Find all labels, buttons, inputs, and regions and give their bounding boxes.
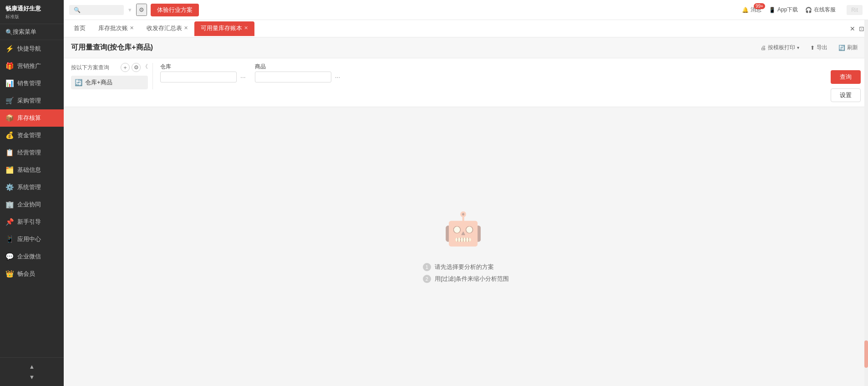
product-label: 商品 — [255, 63, 342, 71]
sidebar-item-enterprise[interactable]: 🏢 企业协同 — [0, 196, 64, 213]
sidebar-item-label: 企业协同 — [17, 201, 41, 209]
empty-tips: 1 请先选择要分析的方案 2 用[过滤]条件来缩小分析范围 — [423, 263, 509, 283]
tab-close-icon[interactable]: ✕ — [130, 25, 134, 31]
user-name: Rit — [851, 7, 858, 13]
notifications-button[interactable]: 🔔 消息 99+ — [742, 6, 761, 14]
sidebar-item-wechat[interactable]: 💬 企业微信 — [0, 248, 64, 265]
add-scheme-button[interactable]: ＋ — [121, 63, 130, 72]
sidebar-item-member[interactable]: 👑 畅会员 — [0, 265, 64, 283]
search-icon: 🔍 — [74, 7, 81, 13]
sidebar-item-inventory[interactable]: 📦 库存核算 — [0, 109, 64, 127]
content-area: 可用量查询(按仓库+商品) 🖨 按模板打印 ▾ ⬆ 导出 🔄 刷新 — [64, 37, 868, 386]
product-input[interactable] — [255, 72, 331, 82]
apps-icon: 📱 — [5, 235, 14, 243]
sidebar-item-operations[interactable]: 📋 经营管理 — [0, 144, 64, 161]
sales-icon: 📊 — [5, 79, 14, 87]
filter-add-buttons: ＋ ⚙ 《 — [121, 63, 148, 72]
filter-header-label: 按以下方案查询 — [71, 64, 109, 72]
sidebar-item-finance[interactable]: 💰 资金管理 — [0, 127, 64, 144]
scroll-up-button[interactable]: ▲ — [5, 361, 58, 372]
tab-home[interactable]: 首页 — [67, 21, 92, 36]
sidebar-item-basic[interactable]: 🗂️ 基础信息 — [0, 161, 64, 179]
scheme-icon: 🔄 — [75, 79, 82, 86]
sidebar-item-label: 畅会员 — [17, 270, 35, 278]
sidebar-item-label: 应用中心 — [17, 235, 41, 243]
sidebar-search[interactable]: 🔍 搜索菜单 — [0, 24, 64, 40]
online-service-button[interactable]: 🎧 在线客服 — [805, 6, 836, 14]
app-download-label: App下载 — [777, 6, 798, 14]
refresh-icon: 🔄 — [838, 45, 845, 51]
scroll-down-button[interactable]: ▼ — [5, 372, 58, 382]
main-area: 🔍 ▾ ⚙ 体验行业方案 🔔 消息 99+ 📱 App下载 🎧 在线客服 Rit — [64, 0, 868, 386]
warehouse-more-icon[interactable]: ··· — [239, 73, 248, 81]
sidebar-item-marketing[interactable]: 🎁 营销推广 — [0, 57, 64, 75]
settings-icon-button[interactable]: ⚙ — [136, 4, 147, 16]
purchase-icon: 🛒 — [5, 97, 14, 105]
close-window-icon[interactable]: ✕ — [850, 25, 855, 32]
sidebar-item-label: 库存核算 — [17, 114, 41, 122]
tabs-bar: 首页 库存批次账 ✕ 收发存汇总表 ✕ 可用量库存账本 ✕ ✕ ⊡ — [64, 20, 868, 37]
enterprise-icon: 🏢 — [5, 201, 14, 209]
filter-fields: 仓库 ··· 商品 ··· — [153, 63, 823, 82]
print-button[interactable]: 🖨 按模板打印 ▾ — [758, 42, 802, 53]
search-label: 搜索菜单 — [13, 28, 36, 36]
user-avatar[interactable]: Rit — [847, 5, 863, 15]
scheme-label: 仓库+商品 — [85, 78, 112, 87]
tab-collect-summary[interactable]: 收发存汇总表 ✕ — [140, 21, 194, 36]
tab-available-ledger[interactable]: 可用量库存账本 ✕ — [194, 21, 254, 36]
dropdown-arrow[interactable]: ▾ — [128, 6, 132, 13]
scheme-settings-button[interactable]: ⚙ — [132, 63, 141, 72]
tab-label: 首页 — [74, 24, 86, 32]
topbar-search-box[interactable]: 🔍 — [69, 5, 124, 15]
app-version: 标准版 — [5, 14, 58, 20]
empty-tip-1: 1 请先选择要分析的方案 — [423, 263, 509, 271]
refresh-button[interactable]: 🔄 刷新 — [836, 42, 861, 53]
right-scrollbar[interactable] — [864, 20, 868, 386]
inventory-icon: 📦 — [5, 114, 14, 122]
newbie-icon: 📌 — [5, 218, 14, 226]
phone-icon: 📱 — [769, 7, 776, 13]
sidebar-item-label: 营销推广 — [17, 62, 41, 70]
dropdown-chevron-icon[interactable]: ▾ — [797, 45, 799, 50]
right-action-column: 查询 设置 — [831, 63, 861, 102]
industry-solution-button[interactable]: 体验行业方案 — [151, 4, 199, 16]
maximize-icon[interactable]: ⊡ — [859, 25, 864, 32]
sidebar-nav: ⚡ 快捷导航 🎁 营销推广 📊 销售管理 🛒 采购管理 📦 库存核算 💰 资金管… — [0, 40, 64, 357]
query-button[interactable]: 查询 — [831, 70, 861, 84]
page-title: 可用量查询(按仓库+商品) — [71, 43, 153, 52]
sidebar-item-label: 企业微信 — [17, 252, 41, 261]
tip-text-1: 请先选择要分析的方案 — [435, 263, 494, 271]
sidebar-item-label: 采购管理 — [17, 97, 41, 105]
column-settings-button[interactable]: 设置 — [831, 88, 861, 102]
product-more-icon[interactable]: ··· — [333, 73, 342, 81]
tab-label: 可用量库存账本 — [201, 24, 242, 32]
tip-text-2: 用[过滤]条件来缩小分析范围 — [435, 275, 509, 283]
sidebar: 畅康通好生意 标准版 🔍 搜索菜单 ⚡ 快捷导航 🎁 营销推广 📊 销售管理 🛒… — [0, 0, 64, 386]
tab-batch-accounts[interactable]: 库存批次账 ✕ — [92, 21, 140, 36]
page-header: 可用量查询(按仓库+商品) 🖨 按模板打印 ▾ ⬆ 导出 🔄 刷新 — [64, 37, 868, 58]
sidebar-item-label: 快捷导航 — [17, 45, 41, 53]
tab-close-icon[interactable]: ✕ — [184, 25, 188, 31]
sidebar-item-label: 资金管理 — [17, 131, 41, 139]
sidebar-item-quick-nav[interactable]: ⚡ 快捷导航 — [0, 40, 64, 57]
filter-sidebar-header: 按以下方案查询 ＋ ⚙ 《 — [71, 63, 148, 72]
sidebar-bottom: ▲ ▼ — [0, 357, 64, 386]
tip-number-2: 2 — [423, 275, 431, 283]
quick-nav-icon: ⚡ — [5, 45, 14, 53]
collapse-filter-icon[interactable]: 《 — [142, 63, 148, 72]
sidebar-item-system[interactable]: ⚙️ 系统管理 — [0, 179, 64, 196]
sidebar-item-apps[interactable]: 📱 应用中心 — [0, 231, 64, 248]
export-button[interactable]: ⬆ 导出 — [807, 42, 830, 53]
sidebar-item-sales[interactable]: 📊 销售管理 — [0, 75, 64, 92]
sidebar-item-purchase[interactable]: 🛒 采购管理 — [0, 92, 64, 109]
filter-sidebar: 按以下方案查询 ＋ ⚙ 《 🔄 仓库+商品 — [71, 63, 153, 89]
tip-number-1: 1 — [423, 263, 431, 271]
header-actions: 🖨 按模板打印 ▾ ⬆ 导出 🔄 刷新 — [758, 42, 861, 53]
tab-close-icon[interactable]: ✕ — [244, 25, 248, 31]
app-download-button[interactable]: 📱 App下载 — [769, 6, 798, 14]
filter-field-warehouse: 仓库 ··· — [160, 63, 248, 82]
marketing-icon: 🎁 — [5, 62, 14, 70]
filter-scheme-item-warehouse-product[interactable]: 🔄 仓库+商品 — [71, 76, 148, 89]
warehouse-input[interactable] — [160, 72, 237, 82]
sidebar-item-newbie[interactable]: 📌 新手引导 — [0, 213, 64, 231]
